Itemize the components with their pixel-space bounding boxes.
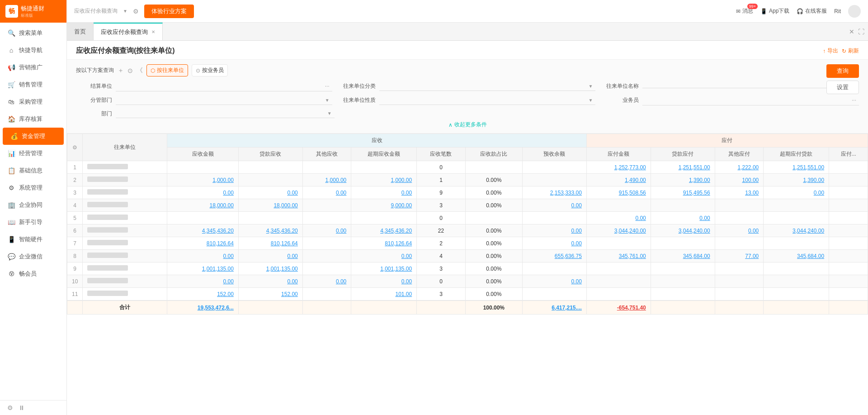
settlement-input[interactable]: ··· <box>116 81 332 91</box>
sidebar-item-quick-nav[interactable]: ⌂ 快捷导航 <box>0 42 66 59</box>
sidebar-item-purchase[interactable]: 🛍 采购管理 <box>0 93 66 110</box>
cell-ar-loan[interactable]: 152.00 <box>238 288 302 301</box>
tabbar-close-icon[interactable]: ✕ <box>849 28 854 35</box>
salesperson-input[interactable]: ··· <box>642 95 859 105</box>
cell-ar-amt[interactable]: 0.00 <box>167 186 239 199</box>
unit-category-input[interactable]: ▼ <box>379 82 596 91</box>
sidebar-item-system[interactable]: ⚙ 系统管理 <box>0 179 66 196</box>
cell-ap-loan[interactable]: 1,390.00 <box>651 174 715 186</box>
sidebar-item-operations[interactable]: 📊 经营管理 <box>0 145 66 162</box>
sidebar-item-enterprise[interactable]: 🏢 企业协同 <box>0 196 66 214</box>
cell-ap-amt[interactable]: 0.00 <box>586 212 651 224</box>
cell-ar-other[interactable]: 0.00 <box>302 186 351 199</box>
cell-pre-recv[interactable]: 2,153,333.00 <box>522 186 586 199</box>
sidebar-item-member[interactable]: Ⓥ 畅会员 <box>0 265 66 282</box>
cell-ap-overdue[interactable]: 345,684.00 <box>764 250 829 262</box>
department-input[interactable]: ▼ <box>116 109 335 118</box>
cell-ar-amt[interactable]: 18,000.00 <box>167 199 239 212</box>
cell-ar-amt[interactable]: 0.00 <box>167 250 239 262</box>
cell-pre-recv[interactable]: 0.00 <box>522 275 586 288</box>
cell-ap-other[interactable]: 77.00 <box>715 250 764 262</box>
tab-close-icon[interactable]: ✕ <box>151 29 155 34</box>
filter-add-icon[interactable]: ＋ <box>118 67 124 75</box>
collapse-button[interactable]: ∧ 收起更多条件 <box>448 121 487 129</box>
filter-settings-icon[interactable]: ⊙ <box>127 67 133 74</box>
cell-ap-overdue[interactable]: 1,251,551.00 <box>764 161 829 174</box>
cell-ar-overdue[interactable]: 0.00 <box>351 186 417 199</box>
topbar-service[interactable]: 🎧 在线客服 <box>797 7 827 15</box>
cell-ar-overdue[interactable]: 9,000.00 <box>351 199 417 212</box>
cell-ap-amt[interactable]: 915,508.56 <box>586 186 651 199</box>
cell-ar-amt[interactable]: 0.00 <box>167 275 239 288</box>
tabbar-expand-icon[interactable]: ⛶ <box>858 28 864 35</box>
cell-ap-amt[interactable]: 3,044,240.00 <box>586 224 651 237</box>
cell-ap-loan[interactable]: 1,251,551.00 <box>651 161 715 174</box>
cell-ar-overdue[interactable]: 0.00 <box>351 250 417 262</box>
cell-ar-overdue[interactable]: 4,345,436.20 <box>351 224 417 237</box>
cell-ar-other[interactable]: 1,000.00 <box>302 174 351 186</box>
cell-ap-loan[interactable]: 0.00 <box>651 212 715 224</box>
table-gear-icon[interactable]: ⚙ <box>72 144 77 151</box>
cell-ar-amt[interactable]: 152.00 <box>167 288 239 301</box>
cell-ar-amt[interactable]: 4,345,436.20 <box>167 224 239 237</box>
cell-ar-overdue[interactable]: 810,126.64 <box>351 237 417 250</box>
sidebar-item-marketing[interactable]: 📢 营销推广 <box>0 59 66 76</box>
cell-ap-loan[interactable]: 915,495.56 <box>651 186 715 199</box>
solution-button[interactable]: 体验行业方案 <box>144 5 194 18</box>
cell-ap-loan[interactable]: 3,044,240.00 <box>651 224 715 237</box>
topbar-app-download[interactable]: 📱 App下载 <box>760 7 789 15</box>
sidebar-item-hardware[interactable]: 📱 智能硬件 <box>0 231 66 248</box>
sidebar-item-inventory[interactable]: 🏠 库存核算 <box>0 110 66 128</box>
cell-ap-other[interactable]: 100.00 <box>715 174 764 186</box>
tab-ar-ap[interactable]: 应收应付余额查询 ✕ <box>94 23 163 40</box>
filter-collapse-icon[interactable]: 《 <box>137 67 143 75</box>
cell-ap-overdue[interactable]: 0.00 <box>764 186 829 199</box>
refresh-button[interactable]: ↻ 刷新 <box>842 47 859 55</box>
cell-pre-recv[interactable]: 0.00 <box>522 224 586 237</box>
topbar-message[interactable]: ✉ 消息 99+ <box>736 7 753 15</box>
cell-ar-loan[interactable]: 0.00 <box>238 250 302 262</box>
cell-ar-overdue[interactable]: 0.00 <box>351 275 417 288</box>
cell-ap-loan[interactable]: 345,684.00 <box>651 250 715 262</box>
sidebar-item-sales[interactable]: 🛒 销售管理 <box>0 76 66 93</box>
sidebar-item-guide[interactable]: 📖 新手引导 <box>0 214 66 231</box>
cell-ar-other[interactable]: 0.00 <box>302 275 351 288</box>
setting-button[interactable]: 设置 <box>826 81 859 94</box>
cell-ar-overdue[interactable]: 101.00 <box>351 288 417 301</box>
cell-ap-amt[interactable]: 1,490.00 <box>586 174 651 186</box>
dept-input[interactable]: ▼ <box>116 96 332 105</box>
scheme-by-unit[interactable]: ⬡ 按往来单位 <box>146 64 188 76</box>
cell-ar-loan[interactable]: 810,126.64 <box>238 237 302 250</box>
cell-ar-amt[interactable]: 810,126.64 <box>167 237 239 250</box>
cell-ar-loan[interactable]: 0.00 <box>238 186 302 199</box>
sidebar-item-search[interactable]: 🔍 搜索菜单 <box>0 24 66 42</box>
cell-ap-amt[interactable]: 345,761.00 <box>586 250 651 262</box>
cell-ap-other[interactable]: 13.00 <box>715 186 764 199</box>
cell-ar-loan[interactable]: 0.00 <box>238 275 302 288</box>
settings-footer-icon[interactable]: ⚙ <box>7 404 13 411</box>
cell-ap-other[interactable]: 0.00 <box>715 224 764 237</box>
sidebar-item-wechat[interactable]: 💬 企业微信 <box>0 248 66 265</box>
cell-ar-amt[interactable]: 1,001,135.00 <box>167 262 239 275</box>
cell-ap-overdue[interactable]: 3,044,240.00 <box>764 224 829 237</box>
cell-ap-overdue[interactable]: 1,390.00 <box>764 174 829 186</box>
cell-ar-loan[interactable]: 18,000.00 <box>238 199 302 212</box>
cell-pre-recv[interactable]: 0.00 <box>522 199 586 212</box>
cell-ar-loan[interactable]: 1,001,135.00 <box>238 262 302 275</box>
query-button[interactable]: 查询 <box>826 64 859 78</box>
collapse-footer-icon[interactable]: ⏸ <box>19 404 25 411</box>
sidebar-item-finance[interactable]: 💰 资金管理 <box>3 128 64 145</box>
scheme-by-staff[interactable]: ⊙ 按业务员 <box>192 64 228 76</box>
cell-ar-overdue[interactable]: 1,000.00 <box>351 174 417 186</box>
topbar-gear-icon[interactable]: ⚙ <box>133 8 139 15</box>
cell-ap-amt[interactable]: 1,252,773.00 <box>586 161 651 174</box>
cell-ar-overdue[interactable]: 1,001,135.00 <box>351 262 417 275</box>
cell-ap-other[interactable]: 1,222.00 <box>715 161 764 174</box>
cell-ar-other[interactable]: 0.00 <box>302 224 351 237</box>
cell-ar-amt[interactable]: 1,000.00 <box>167 174 239 186</box>
unit-nature-input[interactable]: ▼ <box>379 96 596 105</box>
cell-ar-loan[interactable]: 4,345,436.20 <box>238 224 302 237</box>
export-button[interactable]: ↑ 导出 <box>823 47 838 55</box>
cell-pre-recv[interactable]: 655,636.75 <box>522 250 586 262</box>
tab-home[interactable]: 首页 <box>67 23 94 40</box>
